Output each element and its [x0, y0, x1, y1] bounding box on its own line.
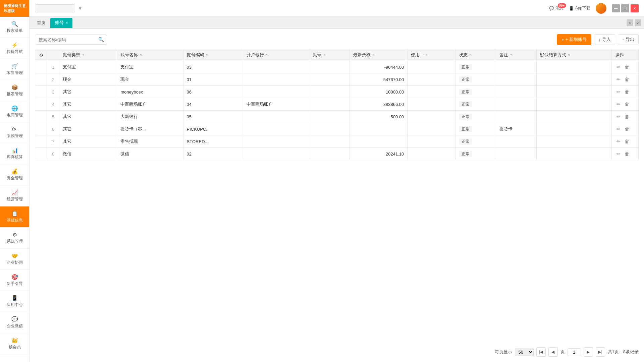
sidebar-item-enterprise-agreement[interactable]: 🤝 企业协同 — [0, 249, 29, 270]
wholesale-mgmt-icon: 📦 — [0, 84, 29, 90]
add-account-button[interactable]: + + 新增账号 — [557, 34, 591, 45]
row-status: 正常 — [455, 135, 496, 148]
sidebar-item-new-guide[interactable]: 🎯 新手引导 — [0, 270, 29, 291]
prev-page-button[interactable]: ◀ — [548, 347, 558, 357]
tab-account-label: 账号 — [55, 20, 64, 26]
delete-button[interactable]: 🗑 — [623, 113, 631, 120]
sidebar-item-system-mgmt[interactable]: ⚙ 系统管理 — [0, 228, 29, 249]
row-name: 大新银行 — [117, 111, 183, 123]
delete-button[interactable]: 🗑 — [623, 64, 631, 70]
col-default-settle[interactable]: 默认结算方式 ⇅ — [536, 49, 611, 61]
sidebar-item-wholesale-mgmt[interactable]: 📦 批发管理 — [0, 80, 29, 101]
app-download-button[interactable]: 📱 App下载 — [569, 5, 590, 11]
operations-mgmt-icon: 📈 — [0, 189, 29, 196]
delete-button[interactable]: 🗑 — [623, 126, 631, 132]
row-name: 现金 — [117, 73, 183, 86]
maximize-button[interactable]: □ — [621, 4, 629, 12]
tab-account-close[interactable]: × — [66, 21, 68, 25]
col-type[interactable]: 账号类型 ⇅ — [59, 49, 117, 61]
sidebar-item-operations-mgmt[interactable]: 📈 经营管理 — [0, 185, 29, 206]
edit-button[interactable]: ✏ — [615, 76, 622, 83]
sidebar-item-inventory-calc[interactable]: 📊 库存核算 — [0, 143, 29, 164]
first-page-button[interactable]: |◀ — [536, 347, 546, 357]
sidebar-item-enterprise-wechat[interactable]: 💬 企业微信 — [0, 312, 29, 333]
app-logo: 畅捷通财生意 乐惠版 — [0, 0, 29, 17]
row-remark — [496, 86, 537, 98]
sidebar-item-ecommerce-mgmt[interactable]: 🌐 电商管理 — [0, 101, 29, 122]
import-button[interactable]: ↓ 导入 — [594, 34, 615, 45]
table-row: 1 支付宝 支付宝 03 -90444.00 正常 ✏ 🗑 — [35, 61, 639, 73]
sidebar-item-search-menu[interactable]: 🔍 搜索菜单 — [0, 17, 29, 38]
page-input[interactable] — [568, 348, 581, 356]
last-page-button[interactable]: ▶| — [596, 347, 605, 357]
sidebar-item-label-ecommerce: 电商管理 — [7, 113, 23, 117]
sidebar-item-quick-nav[interactable]: ⚡ 快捷导航 — [0, 38, 29, 59]
row-bank — [243, 135, 309, 148]
delete-button[interactable]: 🗑 — [623, 138, 631, 145]
row-type: 其它 — [59, 111, 117, 123]
message-icon: 💬 — [549, 6, 554, 11]
row-name: 零售抵现 — [117, 135, 183, 148]
delete-button[interactable]: 🗑 — [623, 76, 631, 83]
row-name: 微信 — [117, 148, 183, 160]
enterprise-wechat-icon: 💬 — [0, 316, 29, 322]
sidebar-item-label-search-menu: 搜索菜单 — [7, 28, 23, 33]
content-close-button[interactable]: × — [627, 19, 633, 26]
row-balance: 10000.00 — [350, 86, 407, 98]
tab-account[interactable]: 账号 × — [50, 18, 72, 28]
edit-button[interactable]: ✏ — [615, 150, 622, 157]
header-right: 💬 消息 99+ 📱 App下载 ─ □ × — [549, 3, 639, 14]
edit-button[interactable]: ✏ — [615, 113, 622, 120]
col-bank[interactable]: 开户银行 ⇅ — [243, 49, 309, 61]
toolbar-left: 🔍 — [35, 35, 107, 45]
sidebar-item-vip-member[interactable]: 👑 畅会员 — [0, 333, 29, 354]
search-button[interactable]: 🔍 — [96, 35, 107, 44]
table-row: 3 其它 moneybosx 06 10000.00 正常 ✏ 🗑 — [35, 86, 639, 98]
search-input[interactable] — [35, 35, 96, 44]
edit-button[interactable]: ✏ — [615, 138, 622, 145]
messages-button[interactable]: 💬 消息 99+ — [549, 5, 564, 11]
row-code: 04 — [183, 98, 243, 111]
sidebar-item-purchase-mgmt[interactable]: 🛍 采购管理 — [0, 122, 29, 143]
dropdown-icon[interactable]: ▼ — [78, 6, 83, 11]
top-search-input[interactable] — [35, 4, 75, 12]
minimize-button[interactable]: ─ — [612, 4, 620, 12]
row-status: 正常 — [455, 86, 496, 98]
edit-button[interactable]: ✏ — [615, 101, 622, 108]
delete-button[interactable]: 🗑 — [623, 101, 631, 108]
close-button[interactable]: × — [631, 4, 639, 12]
col-name[interactable]: 账号名称 ⇅ — [117, 49, 183, 61]
col-usage[interactable]: 使用... ⇅ — [408, 49, 455, 61]
sidebar-item-app-center[interactable]: 📱 应用中心 — [0, 291, 29, 312]
sidebar-item-label-app-center: 应用中心 — [7, 302, 23, 307]
edit-button[interactable]: ✏ — [615, 126, 622, 132]
col-remark[interactable]: 备注 ⇅ — [496, 49, 537, 61]
tab-home[interactable]: 首页 — [32, 18, 50, 28]
sidebar-item-label-new-guide: 新手引导 — [7, 281, 23, 286]
user-avatar[interactable] — [596, 3, 606, 14]
edit-button[interactable]: ✏ — [615, 64, 622, 70]
row-actions: ✏ 🗑 — [612, 123, 639, 135]
sidebar-item-basic-info[interactable]: 📋 基础信息 — [0, 206, 29, 228]
row-bank — [243, 111, 309, 123]
col-settings[interactable]: ⚙ — [35, 49, 47, 61]
sidebar-item-capital-mgmt[interactable]: 💰 资金管理 — [0, 164, 29, 185]
col-status[interactable]: 状态 ⇅ — [455, 49, 496, 61]
col-account[interactable]: 账号 ⇅ — [309, 49, 350, 61]
content-expand-button[interactable]: ⤢ — [635, 19, 641, 26]
sidebar-item-retail-mgmt[interactable]: 🛒 零售管理 — [0, 59, 29, 80]
delete-button[interactable]: 🗑 — [623, 150, 631, 157]
per-page-select[interactable]: 50 100 200 — [515, 348, 534, 356]
main-area: ▼ 💬 消息 99+ 📱 App下载 ─ □ × 首页 账号 — [30, 0, 644, 362]
col-code[interactable]: 账号编码 ⇅ — [183, 49, 243, 61]
row-remark — [496, 135, 537, 148]
edit-button[interactable]: ✏ — [615, 88, 622, 95]
next-page-button[interactable]: ▶ — [584, 347, 593, 357]
row-account — [309, 111, 350, 123]
row-actions: ✏ 🗑 — [612, 86, 639, 98]
logo-line1: 畅捷通财生意 — [4, 3, 26, 8]
delete-button[interactable]: 🗑 — [623, 88, 631, 95]
export-button[interactable]: ↑ 导出 — [618, 34, 639, 45]
enterprise-agreement-icon: 🤝 — [0, 253, 29, 259]
col-balance[interactable]: 最新余额 ⇅ — [350, 49, 407, 61]
